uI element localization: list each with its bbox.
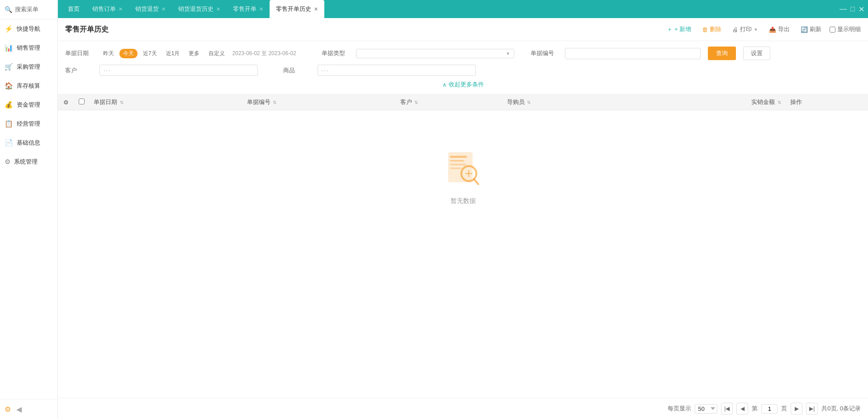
svg-rect-2 [450, 160, 464, 161]
page-title: 零售开单历史 [65, 25, 109, 34]
empty-state: 暂无数据 [58, 110, 868, 241]
date-7days-btn[interactable]: 近7天 [139, 49, 161, 58]
th-customer-label: 客户 [400, 99, 412, 105]
gear-settings-icon[interactable]: ⚙ [63, 99, 69, 106]
settings-gear-icon[interactable]: ⚙ [5, 405, 11, 414]
export-button[interactable]: 📤 导出 [766, 24, 792, 35]
svg-rect-4 [450, 168, 461, 169]
tab-close-retail-open[interactable]: ✕ [259, 6, 263, 12]
th-amount[interactable]: 实销金额 ⇅ [632, 94, 786, 110]
date-more-btn[interactable]: 更多 [185, 49, 203, 58]
filter-row-2: 客户 ··· 商品 ··· [65, 65, 861, 76]
sales-mgmt-icon: 📊 [5, 44, 13, 52]
date-yesterday-btn[interactable]: 昨天 [100, 49, 118, 58]
th-amount-label: 实销金额 [751, 99, 775, 105]
sidebar-collapse-icon[interactable]: ◀ [16, 405, 22, 414]
sidebar-label-sales-mgmt: 销售管理 [17, 44, 40, 52]
toolbar: ＋ + 新增 🗑 删除 🖨 打印 ▼ 📤 导出 🔄 [664, 24, 861, 35]
table-body: 暂无数据 [58, 110, 868, 242]
inventory-icon: 🏠 [5, 82, 13, 90]
window-maximize-btn[interactable]: □ [850, 5, 855, 13]
table-header: ⚙ 单据日期 ⇅ 单据编号 ⇅ [58, 94, 868, 110]
add-button[interactable]: ＋ + 新增 [664, 24, 694, 35]
next-page-btn[interactable]: ▶ [791, 403, 802, 414]
no-sort-icon: ⇅ [273, 100, 276, 105]
prev-page-btn[interactable]: ◀ [736, 403, 748, 414]
date-custom-btn[interactable]: 自定义 [205, 49, 228, 58]
customer-input[interactable]: ··· [100, 65, 258, 76]
tab-retail-history[interactable]: 零售开单历史 ✕ [270, 0, 324, 18]
svg-rect-1 [450, 156, 467, 158]
search-menu-item[interactable]: 🔍 搜索采单 [0, 0, 57, 19]
date-sort-icon: ⇅ [120, 100, 123, 105]
tab-close-sales-return[interactable]: ✕ [161, 6, 166, 12]
per-page-label: 每页显示 [668, 405, 691, 413]
sidebar-label-purchase-mgmt: 采购管理 [17, 63, 40, 71]
first-page-btn[interactable]: |◀ [721, 403, 733, 414]
date-today-btn[interactable]: 今天 [119, 49, 138, 58]
delete-icon: 🗑 [702, 26, 708, 33]
doc-type-dropdown-icon: ▼ [506, 51, 510, 56]
tab-sales-order[interactable]: 销售订单 ✕ [86, 0, 129, 18]
empty-illustration [441, 146, 486, 192]
th-salesperson[interactable]: 导购员 ⇅ [503, 94, 632, 110]
tab-close-sales-return-history[interactable]: ✕ [216, 6, 220, 12]
doc-type-select[interactable]: ▼ [356, 49, 514, 58]
sidebar-item-inventory[interactable]: 🏠 库存核算 [0, 76, 57, 95]
sidebar-item-operation[interactable]: 📋 经营管理 [0, 114, 57, 133]
refresh-icon: 🔄 [801, 26, 808, 33]
query-button[interactable]: 查询 [708, 47, 736, 60]
sidebar-item-finance[interactable]: 💰 资金管理 [0, 95, 57, 114]
setting-button[interactable]: 设置 [743, 47, 770, 60]
delete-label: 删除 [710, 25, 721, 33]
filter-row-1: 单据日期 昨天 今天 近7天 近1月 更多 自定义 2023-06-02 至 2… [65, 47, 861, 60]
sidebar-item-purchase-mgmt[interactable]: 🛒 采购管理 [0, 57, 57, 76]
select-all-checkbox[interactable] [79, 99, 85, 104]
product-input[interactable]: ··· [318, 65, 476, 76]
tab-bar-right: — □ ✕ [840, 5, 864, 14]
collapse-label: 收起更多条件 [449, 80, 484, 89]
sidebar: 🔍 搜索采单 ⚡ 快捷导航 📊 销售管理 🛒 采购管理 🏠 库存核算 💰 资金管… [0, 0, 58, 419]
system-mgmt-icon: ⚙ [5, 158, 10, 166]
doc-no-label: 单据编号 [531, 49, 558, 57]
delete-button[interactable]: 🗑 删除 [699, 24, 724, 35]
content-area: 零售开单历史 ＋ + 新增 🗑 删除 🖨 打印 ▼ 📤 导出 [58, 18, 868, 419]
refresh-button[interactable]: 🔄 刷新 [798, 24, 824, 35]
customer-sort-icon: ⇅ [414, 100, 418, 105]
display-cols-label: 显示明细 [837, 25, 861, 33]
filter-area: 单据日期 昨天 今天 近7天 近1月 更多 自定义 2023-06-02 至 2… [58, 41, 868, 94]
refresh-label: 刷新 [810, 25, 821, 33]
th-customer[interactable]: 客户 ⇅ [396, 94, 503, 110]
empty-row: 暂无数据 [58, 110, 868, 242]
sidebar-item-system-mgmt[interactable]: ⚙ 系统管理 [0, 152, 57, 171]
display-cols-checkbox-label[interactable]: 显示明细 [830, 25, 861, 33]
doc-no-input[interactable] [565, 48, 701, 59]
display-cols-checkbox[interactable] [830, 27, 835, 33]
page-number-input[interactable] [761, 404, 778, 414]
per-page-select[interactable]: 50 10 20 100 [695, 404, 717, 414]
last-page-btn[interactable]: ▶| [806, 403, 818, 414]
tab-retail-open[interactable]: 零售开单 ✕ [227, 0, 270, 18]
page-header: 零售开单历史 ＋ + 新增 🗑 删除 🖨 打印 ▼ 📤 导出 [58, 18, 868, 41]
sidebar-item-basic-info[interactable]: 📄 基础信息 [0, 133, 57, 152]
tab-sales-return[interactable]: 销货退货 ✕ [129, 0, 172, 18]
th-check[interactable] [74, 94, 89, 110]
collapse-btn[interactable]: ∧ 收起更多条件 [65, 80, 861, 89]
finance-icon: 💰 [5, 101, 13, 109]
th-date[interactable]: 单据日期 ⇅ [89, 94, 242, 110]
th-no[interactable]: 单据编号 ⇅ [242, 94, 396, 110]
operation-icon: 📋 [5, 120, 13, 128]
tab-close-retail-history[interactable]: ✕ [314, 6, 318, 12]
tab-home[interactable]: 首页 [62, 5, 86, 13]
th-gear[interactable]: ⚙ [58, 94, 74, 110]
print-button[interactable]: 🖨 打印 ▼ [730, 24, 761, 35]
window-close-btn[interactable]: ✕ [859, 5, 864, 14]
sidebar-item-sales-mgmt[interactable]: 📊 销售管理 [0, 38, 57, 57]
pagination: 每页显示 50 10 20 100 |◀ ◀ 第 页 ▶ ▶| 共0页, 0条记… [58, 398, 868, 419]
tab-close-sales-order[interactable]: ✕ [119, 6, 123, 12]
window-minimize-btn[interactable]: — [840, 5, 847, 13]
date-1month-btn[interactable]: 近1月 [162, 49, 184, 58]
sidebar-item-quick-nav[interactable]: ⚡ 快捷导航 [0, 19, 57, 38]
tab-sales-return-history[interactable]: 销货退货历史 ✕ [172, 0, 227, 18]
date-filter-buttons: 昨天 今天 近7天 近1月 更多 自定义 2023-06-02 至 2023-0… [100, 49, 296, 58]
